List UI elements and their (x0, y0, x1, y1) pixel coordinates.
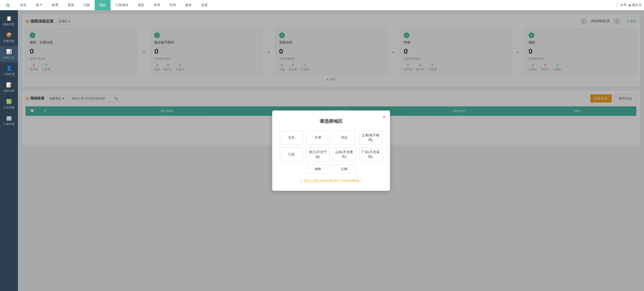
fullscreen-icon: ⛶ (616, 3, 619, 7)
nav-setting[interactable]: 设置 (197, 0, 212, 10)
nav-manage[interactable]: 管理 (149, 0, 165, 10)
sidebar-item-annual-report[interactable]: 🏢 工商年报 (0, 113, 18, 129)
sidebar: 📋 报税设置 📦 批量报税 📊 报税总览 👤 个税申报 📝 报税记录 💹 汇算清… (0, 10, 18, 291)
region-btn-hainan[interactable]: 海南 (306, 164, 330, 174)
batch-tax-icon: 📦 (6, 32, 12, 38)
nav-fee[interactable]: 收费 (47, 0, 63, 10)
member-btn[interactable]: ▶ 畅会员 (629, 3, 641, 7)
settlement-icon: 💹 (6, 98, 12, 105)
fullscreen-btn[interactable]: ⛶ 全屏 (616, 3, 626, 7)
nav-operation[interactable]: 经营 (165, 0, 181, 10)
annual-report-icon: 🏢 (6, 115, 12, 121)
modal-title: 请选择地区 (280, 118, 382, 124)
region-btn-yunnan[interactable]: 云南 (333, 164, 356, 174)
personal-tax-icon: 👤 (6, 65, 12, 71)
nav-satisfy[interactable]: 满意 (133, 0, 149, 10)
region-btn-shanghai[interactable]: 上海(电子税局) (359, 131, 382, 144)
nav-ledger[interactable]: 记账 (79, 0, 95, 10)
nav-right: ⛶ 全屏 ▶ 畅会员 (616, 3, 641, 7)
tax-record-icon: 📝 (6, 82, 12, 88)
sidebar-item-personal-tax[interactable]: 👤 个税申报 (0, 63, 18, 79)
nav-customer[interactable]: 客户 (31, 0, 47, 10)
region-btn-shandong[interactable]: 山东(不含青岛) (333, 148, 356, 161)
region-btn-hebei[interactable]: 河北 (333, 131, 356, 144)
top-nav: ✿ 首页 客户 收费 票据 记账 报税 工商项目 满意 管理 经营 服务 设置 … (0, 0, 644, 10)
modal-overlay[interactable]: ✕ 请选择地区 北京 天津 河北 上海(电子税局) 江苏 浙江(不含宁波) 山东… (18, 10, 644, 291)
modal-close-btn[interactable]: ✕ (382, 114, 386, 120)
logo: ✿ (3, 0, 13, 10)
sidebar-item-tax-settings[interactable]: 📋 报税设置 (0, 13, 18, 29)
sidebar-item-batch-tax[interactable]: 📦 批量报税 (0, 29, 18, 46)
nav-business[interactable]: 工商项目 (111, 0, 133, 10)
region-btn-jiangsu[interactable]: 江苏 (280, 148, 303, 161)
tax-settings-icon: 📋 (6, 15, 12, 21)
nav-items: 首页 客户 收费 票据 记账 报税 工商项目 满意 管理 经营 服务 设置 (15, 0, 616, 10)
nav-home[interactable]: 首页 (15, 0, 31, 10)
region-btn-tianjin[interactable]: 天津 (306, 131, 330, 144)
nav-tax[interactable]: 报税 (95, 0, 111, 10)
region-btn-beijing[interactable]: 北京 (280, 131, 303, 144)
sidebar-item-tax-overview[interactable]: 📊 报税总览 (0, 46, 18, 62)
region-modal: ✕ 请选择地区 北京 天津 河北 上海(电子税局) 江苏 浙江(不含宁波) 山东… (272, 110, 390, 191)
region-btn-zhejiang[interactable]: 浙江(不含宁波) (306, 148, 330, 161)
nav-invoice[interactable]: 票据 (63, 0, 79, 10)
region-btn-guangdong[interactable]: 广东(不含深圳) (359, 148, 382, 161)
member-icon: ▶ (629, 3, 631, 7)
sidebar-item-settlement[interactable]: 💹 汇算清缴 (0, 96, 18, 112)
sidebar-item-tax-record[interactable]: 📝 报税记录 (0, 79, 18, 95)
tax-overview-icon: 📊 (6, 49, 12, 55)
warning-icon: ⚠ (300, 179, 303, 183)
modal-warning: ⚠ 除以上地区外其他地区暂不支持报税检查！ (280, 179, 382, 183)
nav-service[interactable]: 服务 (181, 0, 197, 10)
region-row-3: 海南 云南 (280, 164, 382, 174)
region-row-2: 江苏 浙江(不含宁波) 山东(不含青岛) 广东(不含深圳) (280, 148, 382, 161)
region-row-1: 北京 天津 河北 上海(电子税局) (280, 131, 382, 144)
